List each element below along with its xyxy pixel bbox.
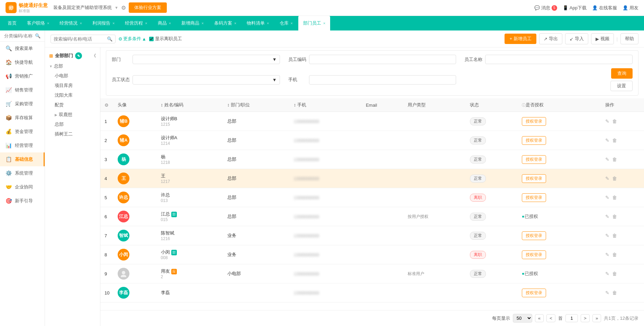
sidebar-item-marketing[interactable]: 📢 营销推广 (0, 69, 45, 83)
edit-icon[interactable]: ✎ (605, 290, 609, 296)
delete-icon[interactable]: 🗑 (612, 271, 617, 276)
phone-input[interactable] (309, 75, 456, 85)
dropdown-arrow-icon[interactable]: ▼ (115, 6, 118, 10)
emp-status-select[interactable]: ▼ (133, 75, 280, 85)
online-service-item[interactable]: 👤 在线客服 (592, 5, 617, 11)
dept-tree-item-distribution[interactable]: 配货 (45, 100, 100, 110)
close-icon[interactable]: × (323, 21, 325, 25)
nav-item-history[interactable]: 经营历程 × (120, 16, 152, 30)
nav-item-customer[interactable]: 客户联络 × (22, 16, 54, 30)
last-page-btn[interactable]: » (592, 314, 601, 322)
dept-tree-item-chashuwang[interactable]: 插树王二 (45, 129, 100, 139)
page-number-input[interactable] (565, 314, 578, 322)
delete-icon[interactable]: 🗑 (612, 233, 617, 238)
delete-icon[interactable]: 🗑 (612, 214, 617, 219)
search-icon[interactable]: 🔍 (107, 36, 112, 42)
trial-button[interactable]: 体验行业方案 (129, 2, 167, 13)
dept-tree-item-shenyang[interactable]: 沈阳大库 (45, 90, 100, 100)
sidebar-item-finance[interactable]: 💰 资金管理 (0, 125, 45, 139)
prev-page-btn[interactable]: < (546, 314, 555, 322)
edit-icon[interactable]: ✎ (605, 118, 609, 124)
search-input[interactable] (54, 36, 106, 42)
sidebar-search-input[interactable] (4, 33, 35, 38)
close-icon[interactable]: × (291, 21, 293, 25)
auth-login-button[interactable]: 授权登录 (522, 155, 546, 164)
close-icon[interactable]: × (47, 21, 49, 25)
sidebar-item-sales[interactable]: 📈 销售管理 (0, 83, 45, 97)
sidebar-item-system[interactable]: ⚙️ 系统管理 (0, 166, 45, 180)
export-button[interactable]: ↗ 导出 (539, 33, 562, 44)
auth-login-button[interactable]: 授权登录 (522, 117, 546, 126)
th-dept-position[interactable]: ↕ 部门/职位 (223, 98, 290, 112)
nav-item-bom[interactable]: 物料清单 × (242, 16, 274, 30)
close-icon[interactable]: × (201, 21, 203, 25)
dept-filter-select[interactable]: ▼ (133, 55, 280, 64)
auth-login-button[interactable]: 授权登录 (522, 136, 546, 145)
first-page-btn[interactable]: « (535, 314, 544, 322)
dept-tree-item-small-electric[interactable]: 小电部 (45, 71, 100, 81)
search-icon[interactable]: 🔍 (35, 33, 40, 38)
query-button[interactable]: 查询 (611, 68, 633, 79)
next-page-btn[interactable]: > (581, 314, 590, 322)
sidebar-item-manage[interactable]: 📊 经营管理 (0, 139, 45, 152)
sidebar-item-collab[interactable]: 🤝 企业协同 (0, 180, 45, 194)
emp-name-input[interactable] (485, 55, 633, 64)
nav-item-warehouse[interactable]: 仓库 × (275, 16, 298, 30)
sidebar-item-guide[interactable]: 🎯 新手引导 (0, 194, 45, 208)
delete-icon[interactable]: 🗑 (612, 118, 617, 124)
delete-icon[interactable]: 🗑 (612, 176, 617, 181)
dept-tree-item-headquarters[interactable]: ▼ 总部 (45, 61, 100, 71)
dept-tree-item-project-warehouse[interactable]: 项目库房 (45, 81, 100, 90)
close-icon[interactable]: × (234, 21, 236, 25)
close-icon[interactable]: × (267, 21, 269, 25)
sidebar-item-search[interactable]: 🔍 搜索菜单 (0, 42, 45, 55)
dept-edit-icon[interactable]: ✎ (75, 52, 82, 59)
close-icon[interactable]: × (112, 21, 115, 25)
user-item[interactable]: 👤 用友 (623, 5, 638, 11)
app-download-item[interactable]: 📱 App下载 (563, 5, 587, 11)
collapse-icon[interactable]: 《 (92, 53, 96, 59)
edit-icon[interactable]: ✎ (605, 214, 609, 219)
nav-item-profit[interactable]: 利润报告 × (88, 16, 119, 30)
edit-icon[interactable]: ✎ (605, 252, 609, 257)
auth-login-button[interactable]: 授权登录 (522, 231, 546, 240)
nav-item-goods[interactable]: 商品 × (153, 16, 176, 30)
edit-icon[interactable]: ✎ (605, 176, 609, 181)
sidebar-item-quick-nav[interactable]: 🏠 快捷导航 (0, 55, 45, 69)
col-settings-icon[interactable]: ⚙ (105, 103, 109, 108)
delete-icon[interactable]: 🗑 (612, 157, 617, 162)
help-button[interactable]: 帮助 (620, 33, 638, 44)
view-button[interactable]: ▶ 视频 (591, 33, 614, 44)
delete-icon[interactable]: 🗑 (612, 195, 617, 200)
sidebar-item-basic-info[interactable]: 📋 基础信息 (0, 152, 45, 166)
edit-icon[interactable]: ✎ (605, 138, 609, 143)
nav-item-add-goods[interactable]: 新增商品 × (176, 16, 208, 30)
close-icon[interactable]: × (80, 21, 82, 25)
nav-item-home[interactable]: 首页 (3, 16, 21, 30)
emp-code-input[interactable] (309, 55, 456, 64)
page-size-select[interactable]: 50 20 100 (513, 314, 532, 323)
message-item[interactable]: 💬 消息 5 (534, 5, 557, 11)
auth-login-button[interactable]: 授权登录 (522, 174, 546, 183)
th-phone[interactable]: ↕ 手机 (290, 98, 362, 112)
edit-icon[interactable]: ✎ (605, 157, 609, 162)
nav-item-dept-staff[interactable]: 部门员工 × (298, 16, 330, 30)
delete-icon[interactable]: 🗑 (612, 290, 617, 296)
sidebar-item-inventory[interactable]: 📦 库存核算 (0, 111, 45, 125)
edit-icon[interactable]: ✎ (605, 195, 609, 200)
edit-icon[interactable]: ✎ (605, 271, 609, 276)
delete-icon[interactable]: 🗑 (612, 252, 617, 257)
dept-tree-item-general[interactable]: 总部 (45, 120, 100, 129)
sidebar-item-purchase[interactable]: 🛒 采购管理 (0, 97, 45, 111)
auth-login-button[interactable]: 授权登录 (522, 250, 546, 259)
add-employee-button[interactable]: + 新增员工 (505, 34, 536, 44)
more-filter-btn[interactable]: ⚙ 更多条件 ▲ (118, 36, 146, 42)
auth-login-button[interactable]: 授权登录 (522, 193, 546, 202)
th-name-code[interactable]: ↕ 姓名/编码 (157, 98, 223, 112)
close-icon[interactable]: × (145, 21, 147, 25)
nav-item-barcode[interactable]: 条码方案 × (209, 16, 241, 30)
import-button[interactable]: ↙ 导入 (565, 33, 588, 44)
nav-item-operation[interactable]: 经营情况 × (55, 16, 87, 30)
auth-login-button[interactable]: 授权登录 (522, 289, 546, 297)
delete-icon[interactable]: 🗑 (612, 138, 617, 143)
